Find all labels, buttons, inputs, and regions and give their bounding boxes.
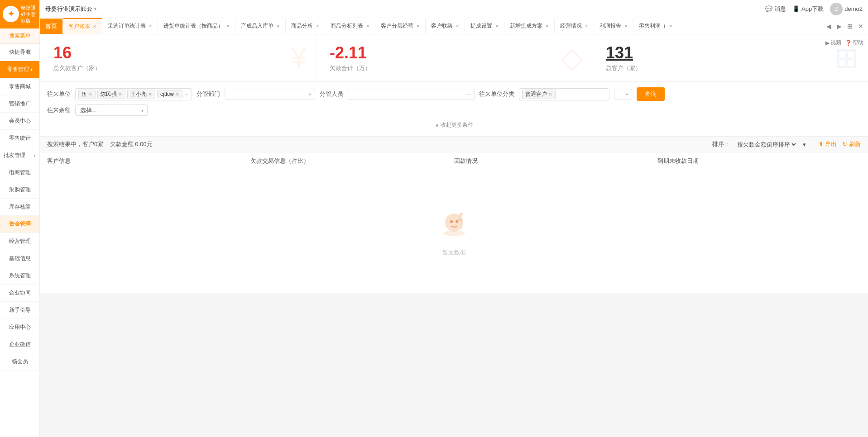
- person-filter-input[interactable]: ···: [348, 89, 475, 100]
- balance-filter-label: 往来余额: [47, 106, 71, 114]
- message-button[interactable]: 💬 消息: [765, 5, 786, 13]
- tab-close-icon[interactable]: ✕: [149, 24, 152, 28]
- sidebar-item-member-center[interactable]: 会员中心: [0, 113, 39, 130]
- classify-select[interactable]: ▾: [614, 89, 632, 100]
- tab-customer-accounts[interactable]: 客户账本 ✕: [63, 18, 102, 34]
- tab-profit-report[interactable]: 利润报告 ✕: [594, 19, 633, 33]
- sidebar-item-retail-mgmt[interactable]: 零售管理 ▾: [0, 61, 39, 78]
- person-input[interactable]: [348, 89, 474, 100]
- remove-tag-chen[interactable]: ✕: [118, 91, 122, 97]
- tab-label: 利润报告: [599, 22, 621, 30]
- sidebar-item-retail-mall[interactable]: 零售商城: [0, 78, 39, 95]
- dept-select[interactable]: [225, 89, 315, 100]
- tab-close-icon[interactable]: ✕: [585, 24, 588, 28]
- sidebar-item-app-center[interactable]: 应用中心: [0, 319, 39, 336]
- query-button[interactable]: 查询: [637, 87, 665, 101]
- chevron-down-icon: ▾: [34, 153, 36, 158]
- sidebar-item-wholesale-mgmt[interactable]: 批发管理 ▾: [0, 147, 39, 164]
- svg-point-6: [460, 213, 463, 215]
- col-customer-info: 客户信息: [47, 157, 250, 165]
- topbar-left: 母婴行业演示账套 ▾: [45, 5, 96, 13]
- tab-close-icon[interactable]: ✕: [624, 24, 628, 28]
- tab-remind-settings[interactable]: 提成设置 ✕: [465, 19, 504, 33]
- sidebar-item-corp-collab[interactable]: 企业协同: [0, 285, 39, 302]
- overdue-customers-value: 16: [53, 43, 72, 62]
- result-text: 搜索结果中，客户0家: [47, 141, 103, 147]
- sidebar-item-quick-nav[interactable]: 快捷导航: [0, 44, 39, 61]
- sidebar-item-purchase-mgmt[interactable]: 采购管理: [0, 181, 39, 199]
- sidebar-item-ecom-mgmt[interactable]: 电商管理: [0, 164, 39, 181]
- refresh-label: 刷新: [849, 141, 861, 147]
- sort-select[interactable]: 按欠款金额倒序排序: [735, 141, 797, 148]
- tab-close-icon[interactable]: ✕: [93, 24, 96, 29]
- sidebar-item-basic-info[interactable]: 基础信息: [0, 250, 39, 267]
- balance-select[interactable]: 选择...: [76, 105, 147, 115]
- tab-retail-profit[interactable]: 零售利润（ ✕: [633, 19, 678, 33]
- tab-home[interactable]: 首页: [40, 19, 63, 34]
- tab-close-icon[interactable]: ✕: [495, 24, 499, 28]
- message-icon: 💬: [765, 5, 772, 12]
- tab-product-analysis-list[interactable]: 商品分析列表 ✕: [325, 19, 375, 33]
- col-due-date: 到期未收款日期: [657, 157, 861, 165]
- sidebar-item-mkt-promo[interactable]: 营销推广: [0, 95, 39, 113]
- sidebar-item-inventory[interactable]: 库存核算: [0, 199, 39, 216]
- remove-tag-wang[interactable]: ✕: [148, 91, 152, 97]
- tab-purchase-order-stats[interactable]: 采购订单统计表 ✕: [102, 19, 158, 33]
- tab-close-icon[interactable]: ✕: [669, 24, 672, 28]
- tab-close-icon[interactable]: ✕: [226, 24, 230, 28]
- tab-customer-tier[interactable]: 客户分层经营 ✕: [375, 19, 426, 33]
- tab-controls: ◀ ▶ ⊞ ✕: [822, 22, 868, 31]
- overdue-amount-label: 欠款合计（万）: [330, 64, 371, 72]
- user-profile[interactable]: D demo2: [830, 3, 863, 15]
- tab-new-scheme[interactable]: 新增提成方案 ✕: [504, 19, 555, 33]
- classify-filter-input[interactable]: 普通客户 ✕: [519, 88, 609, 100]
- sidebar-item-label: 零售管理: [7, 66, 29, 73]
- filter-tag-more[interactable]: ···: [184, 91, 189, 97]
- balance-filter-select[interactable]: 选择... ▾: [75, 104, 148, 116]
- tab-close-icon[interactable]: ✕: [545, 24, 549, 28]
- sidebar-item-retail-stat[interactable]: 零售统计: [0, 130, 39, 147]
- sidebar-item-ops-mgmt[interactable]: 经营管理: [0, 233, 39, 250]
- refresh-button[interactable]: ↻ 刷新: [842, 140, 861, 148]
- sidebar-item-corp-wechat[interactable]: 企业微信: [0, 336, 39, 353]
- tab-label: 客户账本: [68, 23, 90, 30]
- export-button[interactable]: ⬆ 导出: [819, 140, 837, 148]
- tab-close-icon[interactable]: ✕: [366, 24, 369, 28]
- account-selector[interactable]: 母婴行业演示账套 ▾: [45, 5, 96, 13]
- collapse-button[interactable]: ∧ 收起更多条件: [428, 119, 480, 131]
- tab-close-icon[interactable]: ✕: [316, 24, 319, 28]
- sidebar-item-sys-mgmt[interactable]: 系统管理: [0, 267, 39, 285]
- logo-icon: ✦: [3, 6, 19, 22]
- sidebar-item-finance-mgmt[interactable]: 资金管理: [0, 216, 39, 233]
- tab-close-icon[interactable]: ✕: [416, 24, 420, 28]
- tab-customer-contact[interactable]: 客户联络 ✕: [426, 19, 465, 33]
- tab-expand-icon[interactable]: ⊞: [845, 22, 854, 31]
- tab-product-analysis[interactable]: 商品分析 ✕: [286, 19, 325, 33]
- person-more-icon[interactable]: ···: [466, 90, 471, 98]
- sidebar-item-new-guide[interactable]: 新手引导: [0, 302, 39, 319]
- tab-label: 客户分层经营: [381, 22, 413, 30]
- unit-filter-input[interactable]: 伍 ✕ 陈民强 ✕ 王小亮 ✕ cjttcw ✕ ···: [75, 88, 192, 100]
- tab-close-icon[interactable]: ✕: [276, 24, 280, 28]
- empty-icon: [436, 206, 472, 244]
- mobile-icon: 📱: [792, 5, 800, 12]
- sidebar-search[interactable]: 搜索菜单: [0, 28, 39, 44]
- stat-bg-icon3: ⊞: [834, 41, 859, 75]
- tab-close-all-icon[interactable]: ✕: [856, 22, 865, 31]
- app-download-button[interactable]: 📱 App下载: [792, 5, 824, 13]
- collapse-row: ∧ 收起更多条件: [47, 119, 861, 131]
- remove-tag-normal[interactable]: ✕: [548, 91, 552, 97]
- total-customers-value: 131: [606, 43, 633, 62]
- sidebar-item-vip-member[interactable]: 畅会员: [0, 353, 39, 370]
- tab-prev-icon[interactable]: ◀: [825, 22, 833, 31]
- tab-close-icon[interactable]: ✕: [456, 24, 459, 28]
- tab-ops-situation[interactable]: 经营情况 ✕: [555, 19, 594, 33]
- filter-tag-wu: 伍 ✕: [78, 90, 96, 99]
- classify-inner-select[interactable]: [614, 89, 632, 100]
- dept-filter-select[interactable]: ▾: [225, 89, 315, 100]
- remove-tag-wu[interactable]: ✕: [88, 91, 92, 97]
- remove-tag-cjttcw[interactable]: ✕: [175, 91, 179, 97]
- tab-next-icon[interactable]: ▶: [835, 22, 844, 31]
- tab-inbound-stats[interactable]: 进货单统计表（按商品） ✕: [158, 19, 235, 33]
- tab-product-inbound[interactable]: 产成品入库单 ✕: [235, 19, 286, 33]
